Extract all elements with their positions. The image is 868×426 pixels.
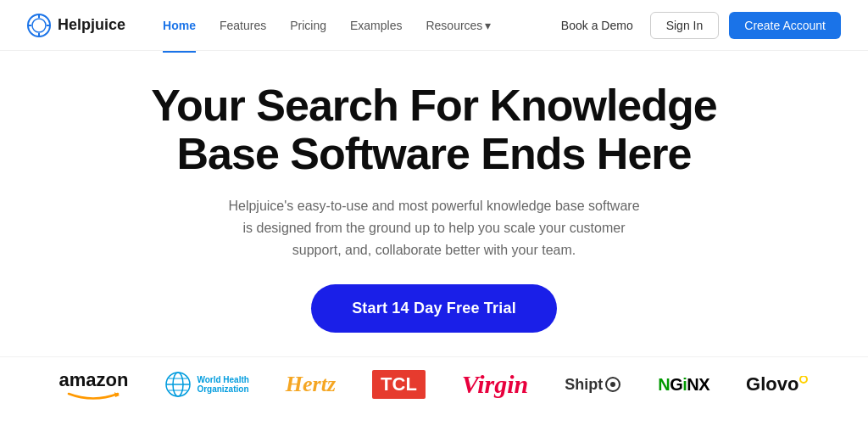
svg-point-14 <box>800 376 807 383</box>
navbar: Helpjuice Home Features Pricing Examples… <box>0 0 868 51</box>
book-demo-button[interactable]: Book a Demo <box>554 14 640 37</box>
hero-title: Your Search For Knowledge Base Software … <box>102 81 766 178</box>
logo-amazon: amazon <box>58 369 128 400</box>
svg-marker-6 <box>114 392 120 397</box>
nav-resources[interactable]: Resources ▾ <box>415 14 501 37</box>
glovo-logo-icon <box>798 376 809 393</box>
nav-actions: Book a Demo Sign In Create Account <box>554 12 841 39</box>
trial-cta-button[interactable]: Start 14 Day Free Trial <box>311 284 557 333</box>
shipt-logo-icon <box>604 376 621 393</box>
sign-in-button[interactable]: Sign In <box>650 12 720 39</box>
hero-section: Your Search For Knowledge Base Software … <box>0 51 868 350</box>
hero-subtitle: Helpjuice's easy-to-use and most powerfu… <box>222 195 646 261</box>
who-logo-icon <box>164 371 192 398</box>
logo-nginx: NGiNX <box>658 375 709 395</box>
helpjuice-logo-icon <box>27 14 51 37</box>
svg-point-1 <box>32 19 46 32</box>
logo[interactable]: Helpjuice <box>27 14 125 37</box>
logo-hertz: Hertz <box>286 372 336 397</box>
logo-shipt: Shipt <box>565 376 621 394</box>
logo-virgin: Virgin <box>462 370 528 399</box>
nav-pricing[interactable]: Pricing <box>280 14 337 37</box>
create-account-button[interactable]: Create Account <box>729 12 841 39</box>
nav-links: Home Features Pricing Examples Resources… <box>153 14 554 37</box>
nav-features[interactable]: Features <box>209 14 276 37</box>
nav-home[interactable]: Home <box>153 14 206 37</box>
logo-text: Helpjuice <box>58 16 125 34</box>
amazon-smile-icon <box>67 391 120 400</box>
svg-point-13 <box>610 382 615 387</box>
logo-glovo: Glovo <box>746 373 809 395</box>
chevron-down-icon: ▾ <box>485 19 491 32</box>
logos-bar: amazon World Health Organization Hertz <box>0 356 868 412</box>
logo-who: World Health Organization <box>164 371 248 398</box>
logo-tcl: TCL <box>372 370 426 399</box>
nav-examples[interactable]: Examples <box>340 14 412 37</box>
